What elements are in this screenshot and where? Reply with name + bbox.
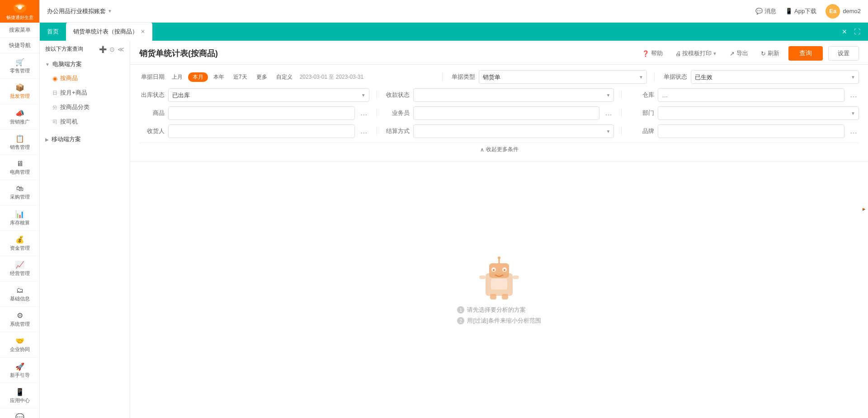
empty-tip-2: 2 用[过滤]条件来缩小分析范围 xyxy=(457,317,541,325)
filter-outstatus-label: 出库状态 xyxy=(139,91,165,99)
filter-status-select[interactable]: 已生效 xyxy=(691,70,859,84)
tree-item-by-cashier[interactable]: 司 按司机 xyxy=(40,114,130,129)
date-shortcuts: 上月 本月 本年 近7天 更多 自定义 xyxy=(168,72,296,82)
filter-section: 单据日期 上月 本月 本年 近7天 更多 自定义 2023-03-01 至 20… xyxy=(130,65,868,162)
sidebar-item-apps[interactable]: 📱 应用中心 xyxy=(0,383,39,408)
sidebar-item-purchase[interactable]: 🛍 采购管理 xyxy=(0,180,39,205)
filter-payment-select[interactable] xyxy=(413,88,614,102)
date-btn-more[interactable]: 更多 xyxy=(253,72,271,82)
salesperson-more-icon[interactable]: … xyxy=(603,109,614,117)
calendar-icon: 日 xyxy=(52,90,57,96)
tab-close-all-button[interactable]: ✕ xyxy=(839,26,850,37)
tree-item-by-category[interactable]: 分 按商品分类 xyxy=(40,100,130,114)
company-selector[interactable]: 办公用品行业模拟账套 ▼ xyxy=(47,7,112,15)
date-btn-this-year[interactable]: 本年 xyxy=(210,72,228,82)
filter-status-field: 单据状态 已生效 ▼ xyxy=(662,70,859,84)
message-button[interactable]: 💬 消息 xyxy=(755,7,776,15)
user-menu[interactable]: Ea demo2 xyxy=(826,4,861,19)
sidebar-item-retail[interactable]: 🛒 零售管理 ▶ xyxy=(0,53,39,79)
sidebar-item-finance[interactable]: 💰 资金管理 xyxy=(0,231,39,256)
query-button[interactable]: 查询 xyxy=(788,46,823,61)
category-icon: 分 xyxy=(52,104,57,111)
filter-paymethod-select-wrapper: ▼ xyxy=(413,124,614,138)
filter-department-select[interactable] xyxy=(658,106,859,120)
refresh-icon: ↻ xyxy=(761,50,766,57)
sidebar-item-cooperation[interactable]: 🤝 企业协同 xyxy=(0,332,39,357)
export-button[interactable]: ↗ 导出 xyxy=(726,48,752,59)
filter-receiver-input[interactable] xyxy=(168,124,355,138)
date-btn-this-month[interactable]: 本月 xyxy=(188,72,208,82)
date-btn-custom[interactable]: 自定义 xyxy=(273,72,296,82)
tree-expand-pc-icon: ▼ xyxy=(45,62,50,67)
cashier-icon: 司 xyxy=(52,119,57,125)
refresh-button[interactable]: ↻ 刷新 xyxy=(757,48,783,59)
product-more-icon[interactable]: … xyxy=(359,109,369,117)
sidebar-item-system[interactable]: ⚙ 系统管理 xyxy=(0,307,39,332)
filter-divider-4 xyxy=(621,90,622,100)
svg-rect-14 xyxy=(491,279,507,290)
empty-tip-1: 1 请先选择要分析的方案 xyxy=(457,306,541,314)
sidebar-item-operation[interactable]: 📈 经营管理 xyxy=(0,256,39,281)
page-title: 销货单统计表(按商品) xyxy=(139,48,218,59)
left-panel-title: 按以下方案查询 xyxy=(45,45,83,53)
add-scheme-button[interactable]: ➕ xyxy=(99,46,107,53)
collapse-panel-button[interactable]: ≪ xyxy=(118,46,124,53)
search-menu[interactable]: 搜索菜单 xyxy=(0,23,39,38)
app-download-button[interactable]: 📱 App下载 xyxy=(785,7,816,15)
filter-salesperson-field: 业务员 … xyxy=(384,106,614,120)
filter-divider-5 xyxy=(377,109,377,118)
sidebar-item-ecommerce[interactable]: 🖥 电商管理 xyxy=(0,155,39,180)
receiver-more-icon[interactable]: … xyxy=(359,127,369,135)
filter-type-select[interactable]: 销货单 xyxy=(479,70,647,84)
left-panel-actions: ➕ ⊙ ≪ xyxy=(99,46,124,53)
tree-group-mobile-header[interactable]: ▶ 移动端方案 xyxy=(40,133,130,146)
sidebar-item-basic[interactable]: 🗂 基础信息 xyxy=(0,282,39,307)
filter-payment-label: 收款状态 xyxy=(384,91,410,99)
print-template-button[interactable]: 🖨 按模板打印 ▼ xyxy=(672,48,721,59)
sidebar-item-wechat[interactable]: 💬 企业微信 xyxy=(0,408,39,418)
date-btn-7days[interactable]: 近7天 xyxy=(230,72,251,82)
brand-more-icon[interactable]: … xyxy=(848,127,859,135)
tree-item-by-product[interactable]: ◉ 按商品 xyxy=(40,71,130,86)
help-button[interactable]: ❓ 帮助 xyxy=(638,48,666,59)
filter-type-select-wrapper: 销货单 ▼ xyxy=(479,70,647,84)
filter-brand-input[interactable] xyxy=(658,124,844,138)
sidebar-item-marketing[interactable]: 📣 营销推广 xyxy=(0,104,39,130)
sidebar-item-guide[interactable]: 🚀 新手引导 xyxy=(0,358,39,383)
date-btn-last-month[interactable]: 上月 xyxy=(168,72,186,82)
company-selector-wrapper: 办公用品行业模拟账套 ▼ xyxy=(47,7,112,15)
sidebar-item-sales[interactable]: 📋 销售管理 xyxy=(0,130,39,155)
tree-group-pc-header[interactable]: ▼ 电脑端方案 xyxy=(40,57,130,71)
collapse-filter-button[interactable]: ∧ 收起更多条件 xyxy=(139,142,859,156)
filter-paymethod-select[interactable] xyxy=(413,124,614,138)
filter-divider-3 xyxy=(377,90,377,100)
print-icon: 🖨 xyxy=(675,50,681,57)
settings-button[interactable]: 设置 xyxy=(828,46,859,61)
filter-receiver-field: 收货人 … xyxy=(139,124,369,138)
tab-home[interactable]: 首页 xyxy=(40,23,66,41)
filter-warehouse-input[interactable] xyxy=(658,88,844,102)
empty-tips: 1 请先选择要分析的方案 2 用[过滤]条件来缩小分析范围 xyxy=(457,306,541,325)
inventory-icon: 📊 xyxy=(15,210,24,218)
tab-report[interactable]: 销货单统计表（按商品） ✕ xyxy=(66,23,152,41)
filter-product-label: 商品 xyxy=(139,109,165,117)
filter-divider-7 xyxy=(377,127,377,136)
chevron-down-icon: ▼ xyxy=(862,207,865,211)
tab-fullscreen-button[interactable]: ⛶ xyxy=(852,26,863,37)
tree-item-by-month-product[interactable]: 日 按月+商品 xyxy=(40,86,130,100)
sidebar-item-wholesale[interactable]: 📦 批发管理 ▼ xyxy=(0,79,39,104)
ecommerce-icon: 🖥 xyxy=(16,160,24,168)
radio-selected-icon: ◉ xyxy=(52,75,57,82)
quick-nav[interactable]: 快捷导航 xyxy=(0,38,39,53)
warehouse-more-icon[interactable]: … xyxy=(848,91,859,99)
filter-outstatus-select[interactable]: 已出库 xyxy=(168,88,369,102)
svg-rect-11 xyxy=(513,276,519,279)
finance-icon: 💰 xyxy=(15,235,24,244)
filter-salesperson-input[interactable] xyxy=(413,106,600,120)
sidebar-item-inventory[interactable]: 📊 库存核算 xyxy=(0,205,39,231)
tip-num-2: 2 xyxy=(457,317,464,324)
message-icon: 💬 xyxy=(755,8,763,14)
edit-scheme-button[interactable]: ⊙ xyxy=(109,46,115,53)
tab-close-icon[interactable]: ✕ xyxy=(141,29,145,34)
filter-product-input[interactable] xyxy=(168,106,355,120)
